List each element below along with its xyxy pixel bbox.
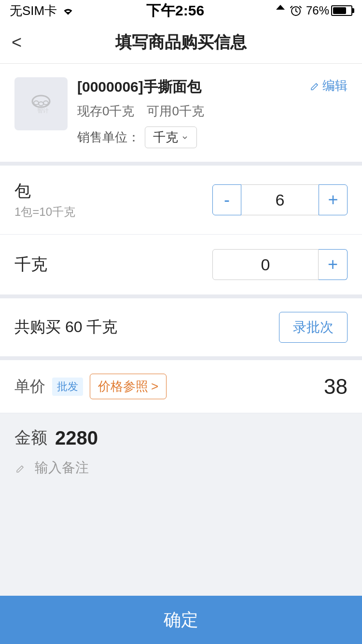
bao-plus-button[interactable]: + [319,184,348,215]
amount-value: 2280 [55,427,98,449]
kg-plus-button[interactable]: + [319,249,348,280]
bao-label-group: 包 1包=10千克 [14,180,75,220]
summary-text: 共购买 60 千克 [14,317,117,338]
price-label-group: 单价 批发 价格参照 > [14,374,167,399]
kg-quantity-control: + [212,249,348,280]
kg-quantity-input[interactable] [212,249,319,280]
summary-section: 共购买 60 千克 录批次 [0,298,362,360]
alarm-icon [290,4,302,17]
chevron-down-icon [181,134,189,141]
back-button[interactable]: < [12,32,22,53]
location-icon [275,4,286,17]
product-card: 智计 [0000006]手撕面包 编辑 现存0千克 可用0千克 销售单位： 千克 [0,64,362,166]
wifi-icon [61,5,75,16]
unit-row: 销售单位： 千克 [77,126,348,148]
product-info: [0000006]手撕面包 编辑 现存0千克 可用0千克 销售单位： 千克 [77,77,348,148]
price-value: 38 [324,375,348,399]
kg-label-group: 千克 [14,253,47,276]
product-title-row: [0000006]手撕面包 编辑 [77,77,348,97]
amount-row: 金额 2280 [14,427,348,449]
battery-fill [333,7,346,14]
product-image: 智计 [14,77,68,130]
svg-point-2 [34,101,39,105]
edit-button[interactable]: 编辑 [310,77,348,94]
battery: 76% [306,4,352,17]
spacer [0,487,362,596]
remark-row[interactable]: 输入备注 [14,459,348,477]
price-label: 单价 [14,376,45,397]
bao-label: 包 [14,180,75,202]
svg-text:智计: 智计 [37,107,49,114]
batch-button[interactable]: 录批次 [279,312,348,343]
status-time: 下午2:56 [146,1,204,21]
product-stock: 现存0千克 可用0千克 [77,103,348,120]
status-carrier: 无SIM卡 [10,2,75,19]
status-right: 76% [275,4,352,17]
bao-quantity-input[interactable] [241,184,319,215]
pencil-icon [14,461,28,475]
page-title: 填写商品购买信息 [115,31,247,54]
confirm-button[interactable]: 确定 [0,596,362,644]
svg-point-4 [43,101,48,105]
kg-quantity-section: 千克 + [0,235,362,298]
price-ref-button[interactable]: 价格参照 > [90,374,167,399]
nav-bar: < 填写商品购买信息 [0,21,362,64]
bao-quantity-section: 包 1包=10千克 - + [0,166,362,235]
bao-minus-button[interactable]: - [212,184,241,215]
bao-quantity-control: - + [212,184,348,215]
unit-select[interactable]: 千克 [145,126,197,148]
amount-section: 金额 2280 输入备注 [0,413,362,487]
svg-point-3 [39,102,43,106]
bao-sublabel: 1包=10千克 [14,204,75,220]
edit-icon [310,81,320,91]
kg-label: 千克 [14,253,47,276]
batch-tag: 批发 [52,378,83,396]
product-name: [0000006]手撕面包 [77,77,201,97]
status-bar: 无SIM卡 下午2:56 76% [0,0,362,21]
battery-bar [331,5,352,16]
amount-label: 金额 [14,427,47,449]
price-section: 单价 批发 价格参照 > 38 [0,360,362,413]
remark-placeholder: 输入备注 [35,459,89,477]
product-placeholder-icon: 智计 [27,89,56,118]
